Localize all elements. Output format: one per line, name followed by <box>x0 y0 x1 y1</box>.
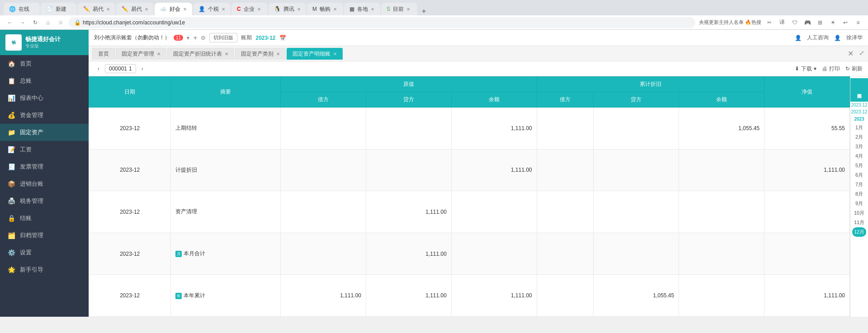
bookmark-button[interactable]: ☆ <box>56 18 65 27</box>
sidebar-item-archive[interactable]: 🗂️ 归档管理 <box>0 227 89 244</box>
close-asset-detail[interactable]: ✕ <box>333 52 337 56</box>
close-asset-mgmt[interactable]: ✕ <box>157 52 160 56</box>
browser-tab-new[interactable]: 📄 新建 <box>41 3 77 15</box>
month-2[interactable]: 2月 <box>850 132 868 142</box>
tab-close-muqian[interactable]: ✕ <box>406 7 410 12</box>
shield-icon[interactable]: 🛡 <box>790 18 799 27</box>
month-3[interactable]: 3月 <box>850 142 868 151</box>
game-icon[interactable]: 🎮 <box>803 18 812 27</box>
table-cell-2-2 <box>281 191 366 233</box>
tab-icon-qiye: C <box>237 6 241 12</box>
browser-tab-yidai1[interactable]: ✏️ 易代 ✕ <box>78 3 115 15</box>
sidebar-label-guide: 新手引导 <box>20 266 43 274</box>
help-btn[interactable]: 人工咨询 <box>807 34 829 42</box>
month-9[interactable]: 9月 <box>850 199 868 208</box>
table-cell-1-1: 计提折旧 <box>171 149 281 191</box>
browser-tab-muqian[interactable]: S 目前 ✕ <box>381 3 417 15</box>
month-5[interactable]: 5月 <box>850 161 868 170</box>
new-tab-button[interactable]: + <box>418 7 429 15</box>
browser-tab-haokuai[interactable]: ☁️ 好会 ✕ <box>155 3 192 15</box>
tab-close-geshui[interactable]: ✕ <box>222 7 225 12</box>
tab-close-chang[interactable]: ✕ <box>333 7 337 12</box>
sidebar-item-closing[interactable]: 🔒 结账 <box>0 210 89 227</box>
close-window-button[interactable]: ✕ <box>848 49 854 58</box>
tab-close-yidai2[interactable]: ✕ <box>145 7 148 12</box>
sidebar-item-funds[interactable]: 💰 资金管理 <box>0 107 89 124</box>
switch-version-button[interactable]: 切到旧版 <box>209 33 237 42</box>
sidebar-item-reports[interactable]: 📊 报表中心 <box>0 89 89 107</box>
col-net-value: 净值 <box>764 77 850 108</box>
dropdown-arrow-icon[interactable]: ▾ <box>187 35 189 41</box>
tab-icon-tengxun: 🐧 <box>274 6 281 12</box>
grid-icon[interactable]: ⊞ <box>816 18 825 27</box>
browser-tabs-bar: 🌐 在线 📄 新建 ✏️ 易代 ✕ ✏️ 易代 ✕ ☁️ 好会 ✕ 👤 个税 ✕… <box>0 0 868 15</box>
forward-button[interactable]: → <box>18 18 27 27</box>
sidebar-item-tax[interactable]: 🖨️ 税务管理 <box>0 192 89 210</box>
close-asset-category[interactable]: ✕ <box>276 52 280 56</box>
browser-tab-tengxun[interactable]: 🐧 腾讯 ✕ <box>269 3 306 15</box>
user-btn[interactable]: 徐泽华 <box>846 34 863 42</box>
next-button[interactable]: › <box>138 64 147 73</box>
sidebar-item-payroll[interactable]: 📝 工资 <box>0 141 89 158</box>
browser-tab-gedi[interactable]: ▦ 各地 ✕ <box>344 3 380 15</box>
sidebar-item-guide[interactable]: 🌟 新手引导 <box>0 261 89 278</box>
month-11[interactable]: 11月 <box>850 218 868 227</box>
table-cell-3-2 <box>281 233 366 275</box>
scissors-icon[interactable]: ✂ <box>765 18 774 27</box>
sidebar-item-fixed-assets[interactable]: 📁 固定资产 <box>0 124 89 141</box>
print-action[interactable]: 🖨 打印 <box>822 65 840 73</box>
calendar-icon[interactable]: 📅 <box>279 35 286 41</box>
tab-label-asset-detail: 固定资产明细账 <box>292 50 330 58</box>
tab-icon-gedi: ▦ <box>349 6 354 12</box>
tab-label-muqian: 目前 <box>393 5 404 13</box>
sidebar-label-invoice: 发票管理 <box>20 163 43 171</box>
tab-depreciation-stats[interactable]: 固定资产折旧统计表 ✕ <box>167 48 234 60</box>
tab-close-yidai1[interactable]: ✕ <box>106 7 110 12</box>
tab-asset-detail[interactable]: 固定资产明细账 ✕ <box>287 48 343 60</box>
month-4[interactable]: 4月 <box>850 151 868 161</box>
tab-home[interactable]: 首页 <box>92 48 115 60</box>
sun-icon[interactable]: ☀ <box>828 18 837 27</box>
settings-button[interactable]: ⚙ <box>201 35 206 41</box>
close-depreciation-stats[interactable]: ✕ <box>225 52 228 56</box>
month-1[interactable]: 1月 <box>850 123 868 132</box>
tab-asset-mgmt[interactable]: 固定资产管理 ✕ <box>116 48 166 60</box>
sidebar-item-ledger[interactable]: 📋 总账 <box>0 72 89 89</box>
tab-close-qiye[interactable]: ✕ <box>257 7 261 12</box>
refresh-action[interactable]: ↻ 刷新 <box>845 65 863 73</box>
expand-window-button[interactable]: ⤢ <box>859 49 864 58</box>
browser-tab-qiye[interactable]: C 企业 ✕ <box>231 3 268 15</box>
tab-label-yidai1: 易代 <box>93 5 104 13</box>
sidebar-item-invoice[interactable]: 🧾 发票管理 <box>0 158 89 175</box>
sidebar-item-stock[interactable]: 📦 进销台账 <box>0 175 89 192</box>
sidebar-item-home[interactable]: 🏠 首页 <box>0 55 89 72</box>
month-7[interactable]: 7月 <box>850 180 868 189</box>
add-button[interactable]: + <box>193 34 197 42</box>
month-6[interactable]: 6月 <box>850 170 868 180</box>
tab-close-tengxun[interactable]: ✕ <box>297 7 301 12</box>
home-button[interactable]: ⌂ <box>43 18 52 27</box>
browser-tab-geshui[interactable]: 👤 个税 ✕ <box>193 3 231 15</box>
address-input[interactable]: 🔒 https://cloud.chanjet.com/accounting/u… <box>69 17 695 28</box>
tab-icon-muqian: S <box>387 6 390 12</box>
menu-icon[interactable]: ≡ <box>854 18 863 27</box>
sidebar-label-home: 首页 <box>20 60 32 68</box>
prev-button[interactable]: ‹ <box>94 64 103 73</box>
browser-tab-online[interactable]: 🌐 在线 <box>4 3 40 15</box>
sidebar-item-settings[interactable]: ⚙️ 设置 <box>0 244 89 261</box>
browser-tab-yidai2[interactable]: ✏️ 易代 ✕ <box>116 3 154 15</box>
tab-close-gedi[interactable]: ✕ <box>371 7 374 12</box>
download-action[interactable]: ⬇ 下载 ▾ <box>795 65 816 73</box>
back-button[interactable]: ← <box>5 18 14 27</box>
translate-icon[interactable]: 译 <box>778 18 787 27</box>
browser-tab-chang[interactable]: M 畅购 ✕ <box>307 3 343 15</box>
month-8[interactable]: 8月 <box>850 189 868 199</box>
month-10[interactable]: 10月 <box>850 208 868 218</box>
month-12[interactable]: 12月 <box>852 227 866 237</box>
table-cell-3-0: 2023-12 <box>89 233 171 275</box>
tab-close-haokuai[interactable]: ✕ <box>183 7 187 12</box>
tab-asset-category[interactable]: 固定资产类别 ✕ <box>235 48 286 60</box>
side-year: 2023 <box>850 115 868 123</box>
reload-button[interactable]: ↻ <box>31 18 40 27</box>
history-icon[interactable]: ↩ <box>841 18 850 27</box>
